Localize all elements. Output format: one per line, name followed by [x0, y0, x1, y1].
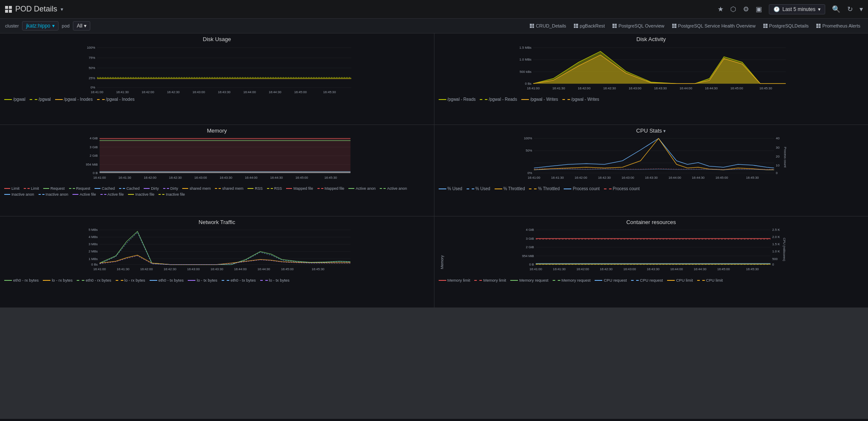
svg-text:16:43:30: 16:43:30	[218, 90, 231, 94]
network-traffic-title: Network Traffic	[4, 219, 430, 225]
svg-text:16:45:30: 16:45:30	[324, 176, 337, 180]
tab-prometheus-alerts[interactable]: Prometheus Alerts	[814, 22, 863, 29]
refresh-icon[interactable]: ↻	[847, 5, 853, 13]
svg-text:16:42:00: 16:42:00	[578, 86, 590, 90]
svg-text:16:41:00: 16:41:00	[527, 176, 540, 180]
svg-text:25%: 25%	[89, 76, 95, 80]
network-traffic-chart: 5 MBs 4 MBs 3 MBs 2 MBs 1 MBs 0 Bs 16:41…	[4, 227, 430, 276]
svg-text:40: 40	[776, 136, 779, 140]
svg-text:16:42:00: 16:42:00	[144, 176, 156, 180]
svg-text:16:43:30: 16:43:30	[654, 86, 667, 90]
nav-tabs: CRUD_Details pgBackRest PostgreSQL Overv…	[527, 22, 863, 29]
svg-text:16:43:00: 16:43:00	[192, 90, 205, 94]
share-icon[interactable]: ⬡	[730, 5, 736, 13]
svg-text:16:44:00: 16:44:00	[679, 86, 692, 90]
svg-text:16:45:00: 16:45:00	[294, 90, 307, 94]
svg-text:954 MiB: 954 MiB	[86, 163, 98, 166]
refresh-dropdown-icon[interactable]: ▾	[860, 5, 863, 13]
time-picker[interactable]: 🕐 Last 5 minutes ▾	[769, 4, 825, 14]
svg-text:16:41:00: 16:41:00	[91, 90, 103, 94]
svg-text:16:41:30: 16:41:30	[551, 176, 564, 180]
tab-pgbackrest[interactable]: pgBackRest	[571, 22, 607, 29]
svg-text:16:45:30: 16:45:30	[746, 176, 759, 180]
time-picker-dropdown: ▾	[818, 6, 821, 12]
svg-text:4 GiB: 4 GiB	[89, 136, 97, 140]
memory-axis-label: Memory	[440, 255, 444, 269]
svg-text:16:45:00: 16:45:00	[717, 267, 730, 271]
svg-text:1.0 MBs: 1.0 MBs	[519, 58, 531, 61]
star-icon[interactable]: ★	[718, 5, 723, 13]
svg-text:16:45:30: 16:45:30	[759, 86, 772, 90]
svg-text:16:44:30: 16:44:30	[270, 176, 283, 180]
svg-text:16:43:00: 16:43:00	[629, 86, 641, 90]
cpu-stats-chart: 100% 50% 0% 40 30 20 10 0 16:41:00 16:41…	[439, 136, 864, 184]
svg-text:16:42:00: 16:42:00	[574, 176, 587, 180]
svg-text:4 MBs: 4 MBs	[89, 235, 98, 239]
svg-text:16:44:00: 16:44:00	[668, 176, 681, 180]
tab-crud-details[interactable]: CRUD_Details	[527, 22, 569, 29]
svg-text:0: 0	[772, 263, 774, 266]
svg-text:0 B: 0 B	[93, 171, 98, 175]
svg-text:5 MBs: 5 MBs	[89, 228, 98, 232]
svg-text:954 MiB: 954 MiB	[522, 254, 534, 258]
svg-text:16:41:00: 16:41:00	[93, 267, 106, 271]
panel-memory: Memory 4 GiB 3 GiB 2 GiB 954 MiB 0 B	[0, 125, 434, 216]
header-left: POD Details ▾	[5, 5, 63, 14]
cpu-stats-legend: % Used % Used % Throttled % Throttled Pr…	[439, 186, 864, 191]
svg-text:16:43:30: 16:43:30	[645, 176, 657, 180]
svg-text:16:44:30: 16:44:30	[692, 176, 704, 180]
svg-text:16:45:30: 16:45:30	[323, 90, 336, 94]
svg-text:16:45:30: 16:45:30	[746, 267, 759, 271]
svg-text:16:44:00: 16:44:00	[243, 90, 256, 94]
svg-text:16:41:30: 16:41:30	[117, 267, 129, 271]
svg-text:16:45:00: 16:45:00	[715, 176, 728, 180]
svg-text:0: 0	[776, 171, 777, 175]
dashboard: Disk Usage 100% 75% 50% 25% 0% 16:41:00 …	[0, 33, 868, 419]
title-dropdown-icon[interactable]: ▾	[61, 6, 63, 12]
header-icons: ★ ⬡ ⚙ ▣ 🕐 Last 5 minutes ▾ 🔍 ↻ ▾	[718, 4, 863, 14]
search-icon[interactable]: 🔍	[832, 5, 840, 13]
display-icon[interactable]: ▣	[756, 5, 762, 13]
svg-rect-54	[100, 138, 351, 173]
svg-text:16:42:00: 16:42:00	[142, 90, 154, 94]
svg-text:16:45:00: 16:45:00	[730, 86, 743, 90]
panel-disk-usage: Disk Usage 100% 75% 50% 25% 0% 16:41:00 …	[0, 33, 434, 125]
svg-text:16:41:30: 16:41:30	[552, 86, 565, 90]
svg-text:0 B: 0 B	[529, 263, 534, 266]
disk-usage-chart: 100% 75% 50% 25% 0% 16:41:00 16:41:30 16…	[4, 44, 430, 95]
svg-text:16:42:30: 16:42:30	[603, 86, 616, 90]
svg-text:1.5 K: 1.5 K	[772, 242, 780, 246]
svg-text:0 Bs: 0 Bs	[525, 82, 531, 86]
svg-text:16:44:00: 16:44:00	[234, 267, 247, 271]
svg-text:500: 500	[772, 257, 778, 261]
svg-text:0 Bs: 0 Bs	[91, 263, 97, 266]
panel-disk-activity: Disk Activity 1.5 MBs 1.0 MBs 500 kBs 0 …	[434, 33, 868, 125]
cluster-value: jkatz:hippo	[26, 23, 50, 29]
settings-icon[interactable]: ⚙	[743, 5, 749, 13]
cluster-dropdown-icon: ▾	[52, 23, 55, 29]
svg-text:16:41:30: 16:41:30	[553, 267, 565, 271]
svg-text:100%: 100%	[524, 136, 532, 140]
panel-network-traffic: Network Traffic 5 MBs 4 MBs 3 MBs 2 MBs …	[0, 216, 434, 307]
clock-icon: 🕐	[773, 6, 780, 12]
svg-text:16:44:00: 16:44:00	[670, 267, 683, 271]
toolbar: cluster jkatz:hippo ▾ pod All ▾ CRUD_Det…	[0, 19, 868, 33]
app-icon	[5, 6, 12, 13]
svg-text:3 GiB: 3 GiB	[89, 145, 97, 149]
svg-text:10: 10	[776, 163, 779, 167]
cluster-dropdown[interactable]: jkatz:hippo ▾	[22, 21, 58, 30]
tab-postgresql-overview[interactable]: PostgreSQL Overview	[610, 22, 667, 29]
cpu-stats-title: CPU Stats ▾	[439, 127, 864, 134]
tab-postgresql-details[interactable]: PostgreSQLDetails	[761, 22, 812, 29]
svg-text:16:42:30: 16:42:30	[164, 267, 176, 271]
svg-text:75%: 75%	[89, 56, 95, 60]
svg-text:16:42:30: 16:42:30	[598, 176, 611, 180]
disk-activity-chart: 1.5 MBs 1.0 MBs 500 kBs 0 Bs 16:41:00 16…	[439, 44, 864, 95]
pod-dropdown[interactable]: All ▾	[73, 21, 90, 30]
tab-postgresql-service-health[interactable]: PostgreSQL Service Health Overview	[670, 22, 758, 29]
cluster-label: cluster	[5, 23, 19, 28]
svg-text:16:43:00: 16:43:00	[195, 176, 207, 180]
container-resources-title: Container resources	[439, 219, 864, 225]
svg-text:1.5 MBs: 1.5 MBs	[519, 46, 531, 50]
disk-usage-legend: /pgwal /pgwal /pgwal - Inodes /pgwal - I…	[4, 97, 430, 102]
